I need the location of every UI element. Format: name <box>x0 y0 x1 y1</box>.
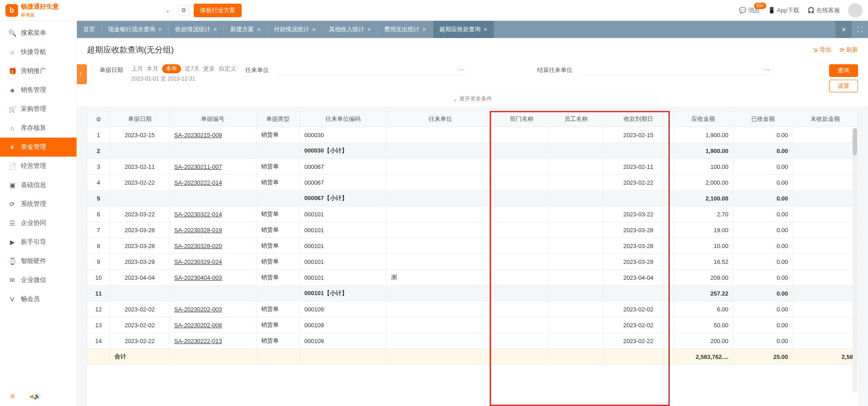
tab-0[interactable]: 首页 <box>77 21 102 38</box>
sidebar-item-2[interactable]: 🎁营销推广 <box>0 62 76 81</box>
tab-close-icon[interactable]: ✕ <box>213 27 217 33</box>
refresh-button[interactable]: ⟳ 刷新 <box>839 46 858 54</box>
table-row[interactable]: 62023-03-22SA-20230322-014销货单0001012023-… <box>87 206 858 222</box>
sidebar-item-11[interactable]: ▶新手引导 <box>0 233 76 252</box>
column-header[interactable]: 收款到期日 <box>603 111 674 127</box>
table-row[interactable]: 32023-02-11SA-20230211-007销货单0000672023-… <box>87 159 858 175</box>
column-header[interactable]: 应收金额 <box>673 111 733 127</box>
column-header[interactable]: 单据编号 <box>170 111 257 127</box>
scrollbar-thumb[interactable] <box>853 128 857 155</box>
export-label: 导出 <box>820 46 831 54</box>
date-option-4[interactable]: 更多 <box>203 65 215 73</box>
column-header[interactable]: 单据日期 <box>110 111 170 127</box>
tab-1[interactable]: 现金银行流水查询✕ <box>102 21 169 38</box>
doc-link[interactable]: SA-20230222-013 <box>170 333 257 349</box>
sidebar-item-8[interactable]: ▣基础信息 <box>0 176 76 195</box>
org-picker-chevron-icon[interactable]: ⌄ <box>165 7 170 14</box>
query-button[interactable]: 查询 <box>829 64 858 77</box>
date-option-3[interactable]: 近7天 <box>185 65 200 73</box>
tab-close-icon[interactable]: ✕ <box>158 27 162 33</box>
doc-link[interactable]: SA-20230329-024 <box>170 254 257 270</box>
column-header[interactable]: 往来单位 <box>386 111 495 127</box>
date-option-2[interactable]: 本年 <box>162 64 181 73</box>
sidebar-item-13[interactable]: ✉企业微信 <box>0 271 76 290</box>
column-header[interactable]: 部门名称 <box>495 111 549 127</box>
tab-close-icon[interactable]: ✕ <box>312 27 316 33</box>
table-row[interactable]: 122023-02-02SA-20230202-003销货单0001092023… <box>87 301 858 317</box>
table-row[interactable]: 72023-03-28SA-20230328-019销货单0001012023-… <box>87 222 858 238</box>
app-download-button[interactable]: 📱 App下载 <box>768 6 799 14</box>
industry-plan-button[interactable]: 体验行业方案 <box>194 4 242 17</box>
doc-link[interactable]: SA-20230202-003 <box>170 301 257 317</box>
sidebar-item-3[interactable]: ◈销售管理 <box>0 81 76 100</box>
column-header[interactable]: 已收金额 <box>733 111 793 127</box>
settle-partner-picker-icon[interactable]: ⋯ <box>762 66 773 73</box>
tab-3[interactable]: 新建方案✕ <box>224 21 267 38</box>
tab-4[interactable]: 付款情况统计✕ <box>267 21 323 38</box>
date-option-5[interactable]: 自定义 <box>219 65 236 73</box>
date-option-1[interactable]: 本月 <box>147 65 158 73</box>
online-service-button[interactable]: 🎧 在线客服 <box>807 6 840 14</box>
doc-link[interactable]: SA-20230328-020 <box>170 238 257 254</box>
table-row[interactable]: 102023-04-04SA-20230404-003销货单000101测202… <box>87 270 858 286</box>
tab-5[interactable]: 其他收入统计✕ <box>323 21 378 38</box>
column-header[interactable]: 单据类型 <box>256 111 300 127</box>
table-row[interactable]: 82023-03-28SA-20230328-020销货单0001012023-… <box>87 238 858 254</box>
table-row[interactable]: 12023-02-15SA-20230215-009销货单0000302023-… <box>87 127 858 143</box>
table-row[interactable]: 42023-02-22SA-20230222-014销货单0000672023-… <box>87 175 858 191</box>
doc-link[interactable]: SA-20230322-014 <box>170 206 257 222</box>
avatar[interactable] <box>848 3 863 18</box>
sidebar-item-6[interactable]: ¥资金管理 <box>0 138 76 157</box>
sidebar-item-14[interactable]: V畅会员 <box>0 290 76 309</box>
doc-link[interactable]: SA-20230211-007 <box>170 159 257 175</box>
table-row[interactable]: 92023-03-29SA-20230329-024销货单0001012023-… <box>87 254 858 270</box>
gear-icon[interactable]: ⚙ <box>178 5 189 16</box>
tab-close-icon[interactable]: ✕ <box>367 27 371 33</box>
sidebar-item-0[interactable]: 🔍搜索菜单 <box>0 24 76 43</box>
doc-link[interactable]: SA-20230328-019 <box>170 222 257 238</box>
expand-conditions-button[interactable]: ⌄ 展开更多条件 <box>87 92 858 106</box>
close-tabs-icon[interactable]: ✕ <box>835 21 852 38</box>
sidebar-item-4[interactable]: 🛒采购管理 <box>0 100 76 119</box>
sidebar-item-label: 搜索菜单 <box>21 29 46 37</box>
column-header[interactable]: 未收款金额 <box>793 111 858 127</box>
column-header[interactable]: 往来单位编码 <box>300 111 386 127</box>
collapse-sidebar-icon[interactable]: ◀🔊 <box>29 393 41 400</box>
tab-2[interactable]: 收款情况统计✕ <box>169 21 224 38</box>
table-settings-gear-icon[interactable]: ⚙ <box>96 116 101 123</box>
tab-close-icon[interactable]: ✕ <box>257 27 261 33</box>
tab-close-icon[interactable]: ✕ <box>422 27 426 33</box>
collapse-filters-icon[interactable]: 》 <box>77 64 87 84</box>
tab-6[interactable]: 费用支出统计✕ <box>378 21 433 38</box>
table-row[interactable]: 2000030【小计】1,900.000.00 <box>87 143 858 159</box>
doc-link[interactable]: SA-20230404-003 <box>170 270 257 286</box>
partner-input[interactable] <box>277 66 457 73</box>
table-row[interactable]: 142023-02-22SA-20230222-013销货单0001092023… <box>87 333 858 349</box>
table-row[interactable]: 5000067【小计】2,100.000.00 <box>87 191 858 206</box>
partner-picker-icon[interactable]: ⋯ <box>457 66 467 73</box>
sidebar-item-5[interactable]: ⌂库存核算 <box>0 119 76 138</box>
doc-link[interactable]: SA-20230202-008 <box>170 317 257 333</box>
sidebar-item-1[interactable]: ⌂快捷导航 <box>0 43 76 62</box>
table-row[interactable]: 11000101【小计】257.220.00 <box>87 286 858 301</box>
sidebar-item-7[interactable]: 📄经营管理 <box>0 157 76 176</box>
filter-settings-button[interactable]: 设置 <box>829 80 858 92</box>
doc-link[interactable]: SA-20230222-014 <box>170 175 257 191</box>
tab-close-icon[interactable]: ✕ <box>483 27 487 33</box>
tab-7[interactable]: 超期应收款查询✕ <box>433 21 494 38</box>
messages-button[interactable]: 💬 消息 99+ <box>739 6 760 14</box>
settings-gear-icon[interactable]: ⚙ <box>10 393 15 400</box>
table-row[interactable]: 132023-02-02SA-20230202-008销货单0001092023… <box>87 317 858 333</box>
column-header[interactable]: 员工名称 <box>549 111 603 127</box>
sidebar-item-label: 销售管理 <box>21 86 46 94</box>
date-option-0[interactable]: 上月 <box>131 65 143 73</box>
sidebar-item-9[interactable]: ⟳系统管理 <box>0 195 76 214</box>
sidebar-item-10[interactable]: ☰企业协同 <box>0 214 76 233</box>
sidebar-item-12[interactable]: ⌚智能硬件 <box>0 252 76 271</box>
settle-partner-input[interactable] <box>582 66 762 73</box>
export-button[interactable]: ⇲ 导出 <box>813 46 831 54</box>
doc-link[interactable]: SA-20230215-009 <box>170 127 257 143</box>
vertical-scrollbar[interactable] <box>853 128 857 392</box>
sidebar-item-icon: ▣ <box>8 181 16 189</box>
fullscreen-icon[interactable]: ⛶ <box>852 21 868 38</box>
